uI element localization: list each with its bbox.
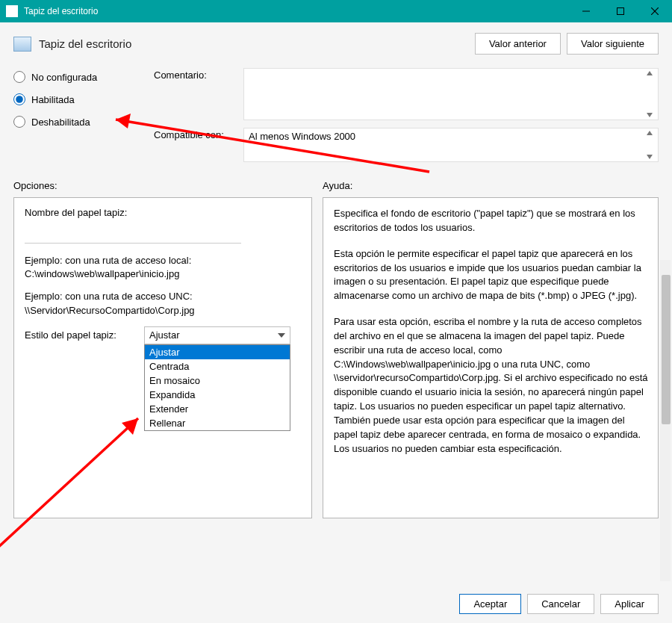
- style-option-ajustar[interactable]: Ajustar: [145, 345, 290, 359]
- options-section-label: Opciones:: [13, 180, 323, 191]
- cancel-button[interactable]: Cancelar: [527, 594, 594, 614]
- compat-spin-up[interactable]: [646, 130, 656, 136]
- app-icon: [6, 5, 18, 17]
- svg-marker-8: [278, 333, 285, 338]
- svg-marker-7: [647, 155, 653, 159]
- minimize-button[interactable]: [569, 0, 603, 22]
- comment-spin-up[interactable]: [646, 70, 656, 76]
- example-unc-label: Ejemplo: con una ruta de acceso UNC:: [25, 290, 301, 303]
- style-option-en-mosaico[interactable]: En mosaico: [145, 374, 290, 388]
- radio-enabled[interactable]: Habilitada: [13, 93, 140, 105]
- example-local-path: C:\windows\web\wallpaper\inicio.jpg: [25, 267, 301, 281]
- page-title: Tapiz del escritorio: [39, 37, 469, 50]
- titlebar: Tapiz del escritorio: [0, 0, 672, 22]
- style-option-expandida[interactable]: Expandida: [145, 388, 290, 402]
- radio-not-configured-label: No configurada: [31, 72, 97, 83]
- wallpaper-style-combobox[interactable]: Ajustar: [144, 326, 290, 344]
- help-paragraph-1: Especifica el fondo de escritorio ("pape…: [334, 207, 650, 235]
- compat-value: Al menos Windows 2000: [249, 131, 355, 142]
- wallpaper-style-dropdown[interactable]: AjustarCentradaEn mosaicoExpandidaExtend…: [144, 344, 290, 431]
- style-option-extender[interactable]: Extender: [145, 402, 290, 416]
- wallpaper-name-input[interactable]: [25, 226, 241, 244]
- comment-label: Comentario:: [154, 68, 243, 120]
- comment-spin-down[interactable]: [646, 112, 656, 118]
- wallpaper-name-label: Nombre del papel tapiz:: [25, 207, 301, 218]
- help-paragraph-2: Esta opción le permite especificar el pa…: [334, 247, 650, 303]
- compat-label: Compatible con:: [154, 128, 243, 162]
- svg-rect-1: [617, 8, 624, 15]
- style-option-centrada[interactable]: Centrada: [145, 359, 290, 374]
- next-value-button[interactable]: Valor siguiente: [567, 33, 659, 55]
- maximize-button[interactable]: [603, 0, 638, 22]
- comment-field[interactable]: [243, 68, 659, 120]
- wallpaper-style-label: Estilo del papel tapiz:: [25, 326, 144, 341]
- svg-marker-4: [647, 71, 653, 75]
- compat-spin-down[interactable]: [646, 154, 656, 160]
- policy-icon: [13, 37, 31, 52]
- prev-value-button[interactable]: Valor anterior: [475, 33, 561, 55]
- svg-marker-5: [647, 113, 653, 117]
- ok-button[interactable]: Aceptar: [459, 594, 521, 614]
- compat-field: Al menos Windows 2000: [243, 128, 659, 162]
- close-button[interactable]: [638, 0, 672, 22]
- example-unc-path: \\Servidor\RecursoCompartido\Corp.jpg: [25, 304, 301, 317]
- scrollbar-thumb[interactable]: [662, 275, 671, 424]
- example-local-label: Ejemplo: con una ruta de acceso local:: [25, 254, 301, 267]
- state-radio-group: No configurada Habilitada Deshabilitada: [13, 68, 140, 170]
- help-panel: Especifica el fondo de escritorio ("pape…: [323, 197, 659, 518]
- radio-not-configured[interactable]: No configurada: [13, 71, 140, 83]
- help-section-label: Ayuda:: [323, 180, 352, 191]
- svg-marker-6: [647, 131, 653, 135]
- apply-button[interactable]: Aplicar: [600, 594, 659, 614]
- window-title: Tapiz del escritorio: [24, 6, 569, 16]
- radio-disabled[interactable]: Deshabilitada: [13, 116, 140, 128]
- radio-disabled-label: Deshabilitada: [31, 117, 90, 128]
- help-paragraph-3: Para usar esta opción, escriba el nombre…: [334, 315, 650, 456]
- options-panel: Nombre del papel tapiz: Ejemplo: con una…: [13, 197, 312, 518]
- wallpaper-style-selected: Ajustar: [149, 329, 179, 341]
- style-option-rellenar[interactable]: Rellenar: [145, 416, 290, 430]
- chevron-down-icon: [278, 333, 285, 338]
- radio-enabled-label: Habilitada: [31, 94, 75, 105]
